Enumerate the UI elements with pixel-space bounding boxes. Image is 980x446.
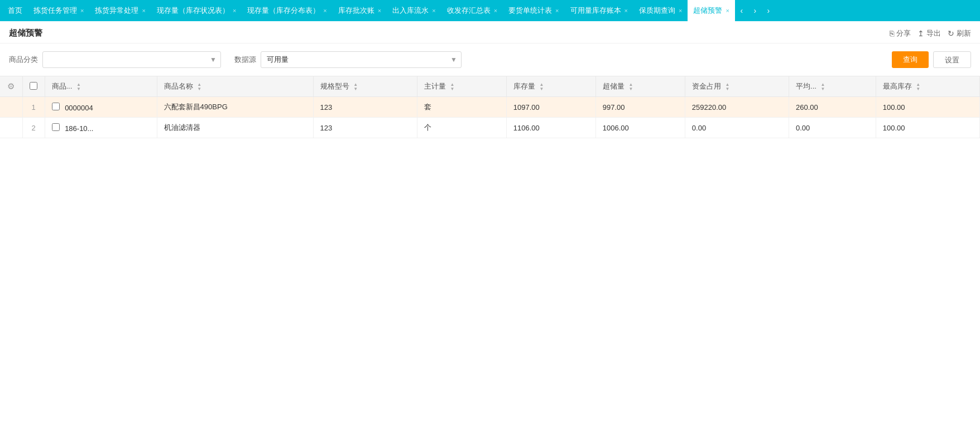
nav-more-arrow[interactable]: › (762, 0, 775, 21)
row-product-code: 186-10... (65, 124, 93, 133)
row-over-stock: 997.00 (595, 97, 685, 118)
close-order-stat-icon[interactable]: × (555, 7, 559, 14)
col-header-max-stock[interactable]: 最高库存 ▲▼ (876, 76, 979, 97)
close-stock-dist-icon[interactable]: × (323, 7, 326, 14)
query-button[interactable]: 查询 (892, 51, 929, 68)
sort-product-code-icon[interactable]: ▲▼ (76, 83, 81, 91)
nav-prev-arrow[interactable]: ‹ (735, 0, 748, 21)
sort-stock-icon[interactable]: ▲▼ (539, 83, 544, 91)
close-recv-summary-icon[interactable]: × (494, 7, 497, 14)
row-checkbox[interactable] (52, 123, 60, 131)
row-capital: 259220.00 (685, 97, 789, 118)
col-header-spec[interactable]: 规格型号 ▲▼ (313, 76, 417, 97)
row-spec: 123 (313, 97, 417, 118)
col-header-over-stock[interactable]: 超储量 ▲▼ (595, 76, 685, 97)
datasource-select-wrapper: 可用量 ▼ (261, 51, 462, 68)
category-select-value (49, 56, 51, 64)
row-number: 1 (31, 103, 35, 112)
filter-actions: 查询 设置 (892, 51, 971, 68)
row-idx-cell: 1 (22, 97, 45, 118)
sort-spec-icon[interactable]: ▲▼ (353, 83, 358, 91)
filter-bar: 商品分类 ▼ 数据源 可用量 ▼ 查询 设置 (0, 43, 980, 76)
nav-stock-dist[interactable]: 现存量（库存分布表） × (242, 0, 332, 21)
sort-over-stock-icon[interactable]: ▲▼ (628, 83, 633, 91)
table-settings-icon[interactable]: ⚙ (7, 81, 15, 91)
nav-order-stat[interactable]: 要货单统计表 × (503, 0, 564, 21)
close-shelf-life-icon[interactable]: × (679, 7, 682, 14)
row-idx-cell: 2 (22, 118, 45, 138)
table-body: 1 0000004 六配套新昌490BPG 123 套 1097.00 997.… (0, 97, 980, 138)
sort-unit-icon[interactable]: ▲▼ (450, 83, 454, 91)
nav-stock-batch[interactable]: 库存批次账 × (333, 0, 387, 21)
sort-product-name-icon[interactable]: ▲▼ (197, 83, 201, 91)
col-header-checkbox (22, 76, 45, 97)
page-content: 超储预警 ⎘ 分享 ↥ 导出 ↻ 刷新 商品分类 ▼ (0, 21, 980, 446)
row-avg: 260.00 (789, 97, 876, 118)
nav-next-arrow[interactable]: › (748, 0, 762, 21)
col-header-unit[interactable]: 主计量 ▲▼ (417, 76, 506, 97)
row-over-stock: 1006.00 (595, 118, 685, 138)
refresh-button[interactable]: ↻ 刷新 (948, 28, 971, 38)
sort-capital-icon[interactable]: ▲▼ (725, 83, 729, 91)
col-header-stock[interactable]: 库存量 ▲▼ (506, 76, 595, 97)
row-spec: 123 (313, 118, 417, 138)
close-pick-task-icon[interactable]: × (80, 7, 84, 14)
row-max-stock: 100.00 (876, 97, 979, 118)
table-container: ⚙ 商品... ▲▼ 商品名称 ▲▼ 规格型号 ▲▼ (0, 76, 980, 138)
close-inout-flow-icon[interactable]: × (432, 7, 435, 14)
datasource-select[interactable]: 可用量 (261, 51, 462, 68)
nav-pick-task[interactable]: 拣货任务管理 × (28, 0, 89, 21)
row-checkbox-cell: 0000004 (45, 97, 157, 118)
nav-pick-exception[interactable]: 拣货异常处理 × (89, 0, 151, 21)
row-product-name: 机油滤清器 (157, 118, 313, 138)
close-pick-exception-icon[interactable]: × (142, 7, 145, 14)
nav-home[interactable]: 首页 (2, 0, 28, 21)
col-header-product-code[interactable]: 商品... ▲▼ (45, 76, 157, 97)
close-over-stock-icon[interactable]: × (726, 7, 729, 14)
settings-button[interactable]: 设置 (933, 51, 971, 68)
table-header-row: ⚙ 商品... ▲▼ 商品名称 ▲▼ 规格型号 ▲▼ (0, 76, 980, 97)
row-number: 2 (31, 124, 35, 132)
col-header-settings: ⚙ (0, 76, 22, 97)
row-product-code: 0000004 (65, 104, 93, 112)
nav-avail-stock[interactable]: 可用量库存账本 × (565, 0, 633, 21)
row-product-name: 六配套新昌490BPG (157, 97, 313, 118)
page-title: 超储预警 (9, 28, 42, 38)
page-actions: ⎘ 分享 ↥ 导出 ↻ 刷新 (890, 28, 971, 38)
table-row: 1 0000004 六配套新昌490BPG 123 套 1097.00 997.… (0, 97, 980, 118)
page-header: 超储预警 ⎘ 分享 ↥ 导出 ↻ 刷新 (0, 21, 980, 43)
nav-stock-status[interactable]: 现存量（库存状况表） × (151, 0, 242, 21)
top-nav: 首页 拣货任务管理 × 拣货异常处理 × 现存量（库存状况表） × 现存量（库存… (0, 0, 980, 21)
close-stock-status-icon[interactable]: × (233, 7, 236, 14)
col-header-product-name[interactable]: 商品名称 ▲▼ (157, 76, 313, 97)
category-filter: 商品分类 ▼ (9, 51, 221, 68)
export-button[interactable]: ↥ 导出 (917, 28, 941, 38)
col-header-capital[interactable]: 资金占用 ▲▼ (685, 76, 789, 97)
row-capital: 0.00 (685, 118, 789, 138)
col-header-avg[interactable]: 平均... ▲▼ (789, 76, 876, 97)
row-stock: 1097.00 (506, 97, 595, 118)
nav-shelf-life[interactable]: 保质期查询 × (633, 0, 688, 21)
share-icon: ⎘ (890, 29, 894, 38)
close-stock-batch-icon[interactable]: × (378, 7, 381, 14)
nav-inout-flow[interactable]: 出入库流水 × (387, 0, 441, 21)
sort-avg-icon[interactable]: ▲▼ (821, 83, 825, 91)
row-settings-cell (0, 118, 22, 138)
row-max-stock: 100.00 (876, 118, 979, 138)
datasource-value: 可用量 (267, 55, 289, 65)
select-all-checkbox[interactable] (30, 82, 37, 90)
row-stock: 1106.00 (506, 118, 595, 138)
row-checkbox[interactable] (52, 103, 60, 110)
row-unit: 个 (417, 118, 506, 138)
sort-max-stock-icon[interactable]: ▲▼ (916, 83, 920, 91)
close-avail-stock-icon[interactable]: × (624, 7, 628, 14)
table-row: 2 186-10... 机油滤清器 123 个 1106.00 1006.00 … (0, 118, 980, 138)
category-select[interactable] (42, 51, 221, 68)
nav-recv-summary[interactable]: 收发存汇总表 × (441, 0, 503, 21)
refresh-icon: ↻ (948, 29, 954, 38)
row-avg: 0.00 (789, 118, 876, 138)
nav-over-stock[interactable]: 超储预警 × (688, 0, 734, 21)
datasource-filter: 数据源 可用量 ▼ (234, 51, 462, 68)
share-button[interactable]: ⎘ 分享 (890, 28, 911, 38)
row-checkbox-cell: 186-10... (45, 118, 157, 138)
